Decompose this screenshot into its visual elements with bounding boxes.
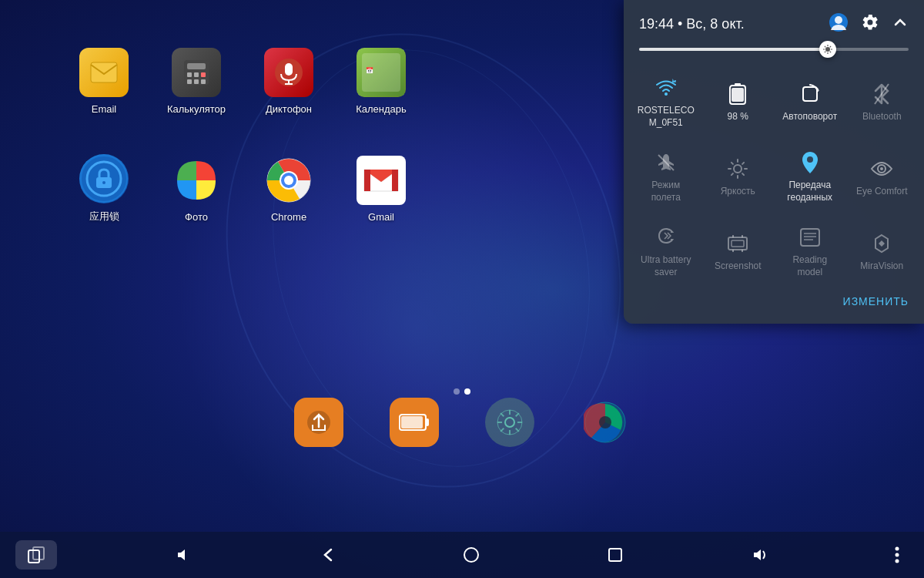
qs-tiles-grid: ROSTELECO M_0F51 98 % Авто xyxy=(624,63,924,288)
qs-tile-readingmode[interactable]: Reading model xyxy=(774,213,846,287)
miravision-icon xyxy=(869,231,894,256)
svg-point-44 xyxy=(835,16,842,24)
calendar-label: Календарь xyxy=(356,103,407,115)
app-grid: Email Калькулятор xyxy=(62,31,424,239)
settings-icon[interactable] xyxy=(861,13,879,35)
dictaphone-label: Диктофон xyxy=(266,103,312,115)
battery-label: 98 % xyxy=(728,111,748,123)
miravision-label: MiraVision xyxy=(860,260,903,273)
app-icon-applock[interactable]: 应用锁 xyxy=(62,139,146,239)
calendar-icon-img: 📅 xyxy=(357,48,406,97)
chrome-label: Chrome xyxy=(271,211,306,223)
gmail-icon-img xyxy=(357,156,406,205)
autorotate-label: Автоповорот xyxy=(782,111,837,123)
wifi-icon xyxy=(654,76,678,100)
wifi-label: ROSTELECO M_0F51 xyxy=(638,105,695,129)
app-icon-dictaphone[interactable]: Диктофон xyxy=(246,31,331,131)
photos-label: Фото xyxy=(185,211,208,223)
dock-settings-button[interactable] xyxy=(485,398,534,447)
collapse-icon[interactable] xyxy=(892,14,909,34)
dock-multi-button[interactable] xyxy=(581,398,630,447)
svg-rect-26 xyxy=(364,170,370,191)
svg-point-56 xyxy=(880,167,883,170)
svg-point-32 xyxy=(505,418,514,427)
photos-icon-img xyxy=(172,156,221,205)
bluetooth-label: Bluetooth xyxy=(862,111,902,123)
nav-volume-right[interactable] xyxy=(742,540,777,570)
airplane-icon xyxy=(654,150,678,175)
svg-rect-10 xyxy=(285,63,293,76)
svg-rect-50 xyxy=(803,87,817,101)
nav-home-button[interactable] xyxy=(454,540,489,570)
location-icon xyxy=(798,150,822,175)
svg-rect-27 xyxy=(392,170,398,191)
brightness-tile-label: Яркость xyxy=(721,186,755,198)
eyecomfort-label: Eye Comfort xyxy=(856,186,908,198)
nav-volume-left[interactable] xyxy=(166,540,201,570)
svg-rect-3 xyxy=(187,72,192,77)
qs-edit-button[interactable]: ИЗМЕНИТЬ xyxy=(843,295,909,307)
gmail-label: Gmail xyxy=(368,211,394,223)
svg-rect-4 xyxy=(194,72,199,77)
svg-point-42 xyxy=(896,560,899,563)
app-icon-chrome[interactable]: Chrome xyxy=(246,139,331,239)
dock-battery-button[interactable] xyxy=(390,398,439,447)
app-icon-gmail[interactable]: Gmail xyxy=(339,139,424,239)
svg-point-53 xyxy=(734,165,742,173)
svg-rect-30 xyxy=(426,418,429,426)
nav-recent-apps-button[interactable] xyxy=(598,540,633,570)
nav-back-button[interactable] xyxy=(310,540,345,570)
dock-share-button[interactable] xyxy=(294,398,343,447)
svg-text:📅: 📅 xyxy=(366,66,373,74)
ultrabattery-label: Ultra battery saver xyxy=(641,254,691,278)
svg-point-20 xyxy=(102,181,105,184)
qs-tile-ultrabattery[interactable]: Ultra battery saver xyxy=(630,213,702,287)
svg-rect-0 xyxy=(91,62,117,82)
svg-rect-39 xyxy=(609,549,621,561)
svg-rect-8 xyxy=(201,79,206,84)
autorotate-icon xyxy=(798,82,822,106)
svg-point-38 xyxy=(464,548,478,562)
svg-rect-31 xyxy=(401,416,423,428)
brightness-slider[interactable] xyxy=(639,48,909,51)
qs-tile-eyecomfort[interactable]: Eye Comfort xyxy=(846,138,919,213)
bluetooth-icon xyxy=(869,82,894,106)
calc-icon-img xyxy=(172,48,221,97)
qs-tile-autorotate[interactable]: Автоповорот xyxy=(774,63,846,138)
nav-recents-button[interactable] xyxy=(15,540,57,570)
app-icon-calendar[interactable]: 📅 Календарь xyxy=(339,31,424,131)
qs-tile-brightness[interactable]: Яркость xyxy=(702,138,775,213)
qs-tile-screenshot[interactable]: Screenshot xyxy=(702,213,775,287)
calculator-label: Калькулятор xyxy=(167,103,226,115)
airplane-label: Режим полета xyxy=(651,180,681,203)
account-icon[interactable] xyxy=(829,12,849,35)
qs-tile-location[interactable]: Передача геоданных xyxy=(774,138,846,213)
applock-label: 应用锁 xyxy=(89,210,119,223)
screenshot-label: Screenshot xyxy=(715,260,762,273)
qs-tile-bluetooth[interactable]: Bluetooth xyxy=(846,63,919,138)
qs-tile-battery[interactable]: 98 % xyxy=(702,63,775,138)
app-icon-email[interactable]: Email xyxy=(62,31,146,131)
qs-tile-wifi[interactable]: ROSTELECO M_0F51 xyxy=(630,63,702,138)
eyecomfort-icon xyxy=(869,156,894,181)
nav-more-button[interactable] xyxy=(886,540,909,570)
app-icon-calculator[interactable]: Калькулятор xyxy=(154,31,239,131)
email-label: Email xyxy=(92,103,117,115)
svg-rect-59 xyxy=(801,229,819,246)
chrome-icon-img xyxy=(264,156,313,205)
qs-edit-section: ИЗМЕНИТЬ xyxy=(624,288,924,311)
dock xyxy=(0,390,924,455)
voice-icon-img xyxy=(264,48,313,97)
app-icon-photos[interactable]: Фото xyxy=(154,139,239,239)
brightness-thumb[interactable] xyxy=(819,41,836,58)
location-label: Передача геоданных xyxy=(787,180,832,203)
applock-icon-img xyxy=(79,154,129,203)
qs-tile-miravision[interactable]: MiraVision xyxy=(846,213,919,287)
svg-rect-7 xyxy=(194,79,199,84)
qs-tile-airplane[interactable]: Режим полета xyxy=(630,138,702,213)
brightness-fill xyxy=(639,48,828,51)
brightness-control xyxy=(624,45,924,63)
svg-point-40 xyxy=(896,547,899,551)
svg-point-35 xyxy=(599,416,611,428)
svg-point-46 xyxy=(665,92,668,96)
